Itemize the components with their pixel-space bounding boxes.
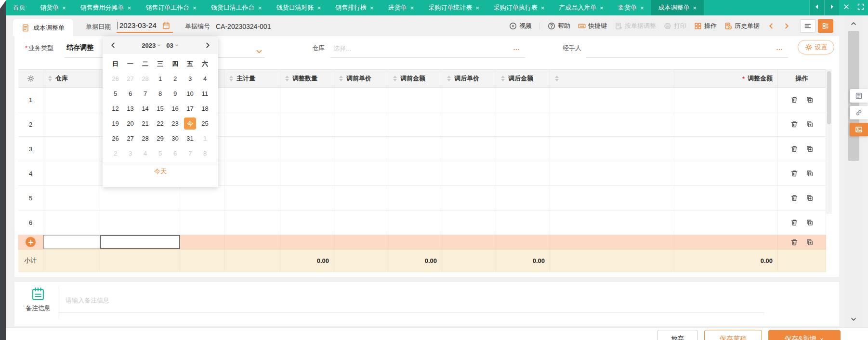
column-header-主计量[interactable]: 主计量 [224, 70, 280, 87]
delete-row-icon[interactable] [790, 96, 798, 104]
close-all-tabs-icon[interactable] [839, 0, 854, 15]
column-header-调后金额[interactable]: 调后金额 [496, 70, 550, 87]
column-header-调后单价[interactable]: 调后单价 [442, 70, 496, 87]
warehouse-placeholder[interactable]: 选择... [333, 44, 351, 53]
table-scrollbar-thumb[interactable] [827, 71, 831, 124]
scroll-tabs-right-icon[interactable] [824, 0, 839, 15]
table-cell[interactable] [224, 137, 280, 161]
tab-采购订单执行表[interactable]: 采购订单执行表× [487, 0, 552, 15]
table-cell[interactable] [442, 137, 496, 161]
fullscreen-icon[interactable] [854, 0, 868, 15]
action-操作[interactable]: 操作 [694, 22, 717, 30]
table-cell[interactable] [674, 161, 778, 185]
table-cell[interactable] [550, 186, 674, 210]
biz-type-chevron-down-icon[interactable] [255, 48, 263, 55]
action-帮助[interactable]: 帮助 [548, 22, 570, 30]
prev-document-icon[interactable] [767, 22, 775, 30]
calendar-day[interactable]: 21 [138, 116, 153, 131]
calendar-day[interactable]: 18 [197, 101, 212, 116]
settings-button[interactable]: 设置 [798, 40, 834, 54]
close-tab-icon[interactable]: × [410, 5, 414, 11]
remarks-input[interactable]: 请输入备注信息 [66, 296, 109, 305]
table-cell[interactable] [388, 210, 442, 235]
table-cell[interactable]: 5 [18, 186, 43, 210]
sort-icon[interactable] [447, 76, 451, 81]
sort-icon[interactable] [555, 76, 559, 81]
copy-row-icon[interactable] [806, 145, 814, 153]
add-row-button[interactable] [26, 237, 36, 247]
tab-销售排行榜[interactable]: 销售排行榜× [328, 0, 381, 15]
table-cell[interactable] [442, 112, 496, 136]
add-row-cell[interactable] [496, 235, 550, 249]
handler-more-icon[interactable] [776, 46, 783, 53]
table-cell[interactable] [674, 88, 778, 112]
action-快捷键[interactable]: 快捷键 [578, 22, 607, 30]
table-cell[interactable] [388, 112, 442, 136]
column-header-调整数量[interactable]: 调整数量 [280, 70, 334, 87]
doc-tool-button[interactable] [850, 89, 868, 103]
sort-icon[interactable] [501, 76, 505, 81]
table-cell[interactable] [674, 210, 778, 235]
add-row-cell[interactable] [778, 235, 826, 249]
link-tool-button[interactable] [850, 106, 868, 119]
calendar-day[interactable]: 2 [108, 146, 123, 161]
table-cell[interactable] [280, 161, 334, 185]
calendar-day[interactable]: 23 [168, 116, 183, 131]
table-cell[interactable] [224, 112, 280, 136]
scroll-tabs-left-icon[interactable] [809, 0, 824, 15]
delete-row-icon[interactable] [790, 238, 798, 246]
table-cell[interactable] [224, 88, 280, 112]
add-row-cell[interactable] [180, 235, 224, 249]
calendar-day[interactable]: 2 [168, 71, 183, 86]
table-cell[interactable] [442, 88, 496, 112]
media-tool-button[interactable] [850, 123, 868, 136]
table-cell[interactable] [180, 186, 224, 210]
add-row-cell[interactable] [674, 235, 778, 249]
table-cell[interactable] [224, 210, 280, 235]
scroll-up-icon[interactable] [846, 17, 861, 30]
add-row-cell[interactable] [224, 235, 280, 249]
calendar-day[interactable]: 13 [123, 101, 138, 116]
calendar-day[interactable]: 16 [168, 101, 183, 116]
table-cell[interactable] [550, 137, 674, 161]
calendar-day[interactable]: 29 [153, 131, 168, 146]
sort-icon[interactable] [48, 76, 52, 81]
prev-month-icon[interactable] [109, 41, 117, 49]
table-cell[interactable] [442, 161, 496, 185]
table-cell[interactable] [280, 137, 334, 161]
table-cell[interactable] [224, 161, 280, 185]
column-settings-gear-icon[interactable] [27, 75, 35, 82]
copy-row-icon[interactable] [806, 96, 814, 104]
copy-row-icon[interactable] [806, 120, 814, 128]
table-cell[interactable] [280, 210, 334, 235]
table-cell[interactable] [388, 186, 442, 210]
table-cell[interactable] [334, 186, 388, 210]
copy-row-icon[interactable] [806, 219, 814, 226]
table-cell[interactable] [224, 186, 280, 210]
add-row-cell[interactable] [18, 235, 43, 249]
table-cell[interactable] [334, 112, 388, 136]
action-视频[interactable]: 视频 [509, 22, 532, 30]
tab-首页[interactable]: 首页 [6, 0, 33, 15]
table-cell[interactable] [674, 137, 778, 161]
close-tab-icon[interactable]: × [193, 5, 197, 11]
table-cell[interactable] [550, 88, 674, 112]
copy-row-icon[interactable] [806, 238, 814, 246]
close-tab-icon[interactable]: × [475, 5, 479, 11]
column-header-10[interactable] [550, 70, 674, 87]
card-view-toggle[interactable] [818, 19, 833, 33]
table-cell[interactable]: 2 [18, 112, 43, 136]
delete-row-icon[interactable] [790, 170, 798, 177]
close-tab-icon[interactable]: × [258, 5, 262, 11]
table-cell[interactable] [280, 186, 334, 210]
table-cell[interactable] [550, 210, 674, 235]
calendar-day[interactable]: 31 [183, 131, 197, 146]
sort-icon[interactable] [285, 76, 289, 81]
add-row-cell[interactable] [550, 235, 674, 249]
table-cell[interactable] [334, 161, 388, 185]
table-cell[interactable] [496, 112, 550, 136]
table-cell[interactable] [43, 210, 100, 235]
add-row-cell[interactable] [388, 235, 442, 249]
table-cell[interactable] [388, 137, 442, 161]
calendar-day[interactable]: 6 [168, 146, 183, 161]
